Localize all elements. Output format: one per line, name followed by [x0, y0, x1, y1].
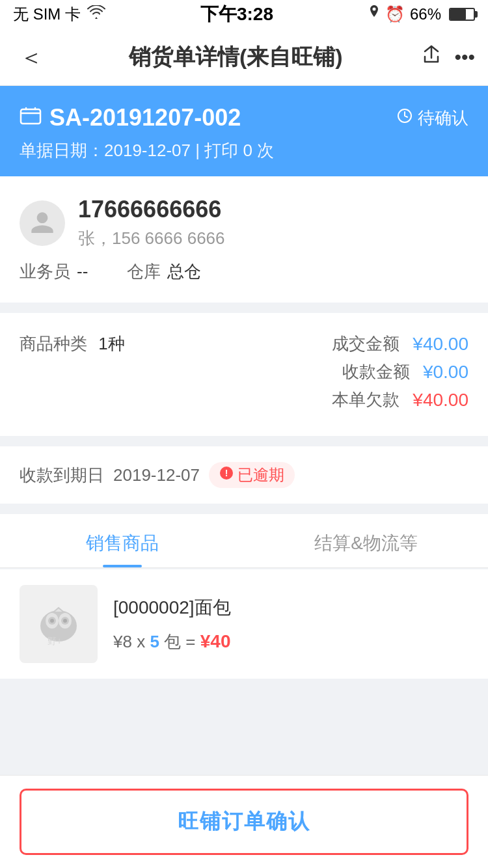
nav-actions: •••: [422, 45, 475, 69]
order-id-text: SA-20191207-002: [49, 104, 241, 131]
tab-products-label: 销售商品: [86, 533, 159, 553]
product-total: ¥40: [200, 631, 231, 651]
order-icon: [20, 107, 42, 129]
due-date-section: 收款到期日 2019-12-07 ! 已逾期: [0, 446, 488, 504]
product-info: [0000002]面包 ¥8 x 5 包 = ¥40: [113, 595, 468, 653]
confirm-order-button[interactable]: 旺铺订单确认: [20, 789, 468, 855]
sales-rep-value: --: [77, 262, 88, 282]
order-header: SA-20191207-002 待确认 单据日期：2019-12-07 | 打印…: [0, 86, 488, 176]
product-price: ¥8: [113, 632, 132, 651]
customer-name: 张，156 6666 6666: [78, 227, 468, 250]
tabs-section: 销售商品 结算&物流等: [0, 514, 488, 568]
svg-point-9: [50, 619, 54, 623]
status-text: 待确认: [418, 107, 468, 129]
tab-settlement[interactable]: 结算&物流等: [244, 514, 488, 567]
payment-value: ¥0.00: [423, 362, 468, 383]
debt-label: 本单欠款: [332, 388, 400, 411]
svg-point-10: [63, 619, 67, 623]
carrier-text: 无 SIM 卡: [13, 4, 81, 25]
order-date: 单据日期：2019-12-07 | 打印 0 次: [20, 139, 468, 162]
page-title: 销货单详情(来自旺铺): [49, 42, 422, 72]
tab-settlement-label: 结算&物流等: [314, 533, 418, 553]
wifi-icon: [87, 5, 105, 23]
overdue-text: 已逾期: [237, 465, 284, 485]
product-unit: 包: [164, 632, 181, 651]
product-price-row: ¥8 x 5 包 = ¥40: [113, 631, 468, 653]
product-equals: =: [185, 632, 200, 651]
status-right: ⏰ 66%: [368, 5, 475, 23]
bottom-bar: 旺铺订单确认: [0, 775, 488, 868]
product-thumbnail: 野+: [20, 585, 98, 663]
order-id-row: SA-20191207-002: [20, 104, 241, 131]
svg-text:!: !: [225, 468, 228, 478]
warning-icon: !: [219, 466, 234, 484]
clock-icon: [397, 108, 413, 128]
summary-right: 成交金额 ¥40.00 收款金额 ¥0.00 本单欠款 ¥40.00: [332, 332, 468, 416]
svg-rect-0: [21, 109, 40, 124]
warehouse-label: 仓库: [127, 260, 161, 283]
overdue-badge: ! 已逾期: [209, 462, 295, 488]
more-button[interactable]: •••: [454, 46, 475, 68]
location-icon: [368, 5, 380, 23]
product-item: 野+ [0000002]面包 ¥8 x 5 包 = ¥40: [0, 569, 488, 679]
order-status: 待确认: [397, 107, 468, 129]
nav-bar: ＜ 销货单详情(来自旺铺) •••: [0, 29, 488, 86]
status-bar: 无 SIM 卡 下午3:28 ⏰ 66%: [0, 0, 488, 29]
due-date-value: 2019-12-07: [113, 465, 200, 485]
warehouse-value: 总仓: [167, 260, 201, 283]
product-types-value: 1种: [98, 334, 124, 353]
status-time: 下午3:28: [200, 2, 273, 27]
back-button[interactable]: ＜: [13, 39, 49, 75]
product-section: 野+ [0000002]面包 ¥8 x 5 包 = ¥40: [0, 569, 488, 679]
status-left: 无 SIM 卡: [13, 4, 105, 25]
debt-value: ¥40.00: [413, 390, 468, 411]
svg-text:野+: 野+: [47, 636, 62, 646]
product-qty: 5: [150, 632, 159, 651]
customer-section: 17666666666 张，156 6666 6666 业务员 -- 仓库 总仓: [0, 176, 488, 303]
product-multiply: x: [137, 632, 150, 651]
due-date-label: 收款到期日: [20, 464, 104, 487]
battery-icon: [449, 8, 475, 21]
sales-rep-label: 业务员: [20, 260, 70, 283]
customer-avatar: [20, 200, 65, 246]
alarm-icon: ⏰: [385, 5, 405, 23]
transaction-label: 成交金额: [332, 332, 400, 355]
share-button[interactable]: [422, 45, 441, 69]
customer-phone: 17666666666: [78, 196, 468, 223]
transaction-value: ¥40.00: [413, 334, 468, 355]
payment-label: 收款金额: [342, 360, 410, 383]
battery-text: 66%: [410, 5, 441, 23]
product-name: [0000002]面包: [113, 595, 468, 620]
product-types-label: 商品种类: [20, 334, 87, 353]
tab-products[interactable]: 销售商品: [0, 514, 244, 567]
summary-section: 商品种类 1种 成交金额 ¥40.00 收款金额 ¥0.00 本单欠款 ¥40.…: [0, 313, 488, 436]
